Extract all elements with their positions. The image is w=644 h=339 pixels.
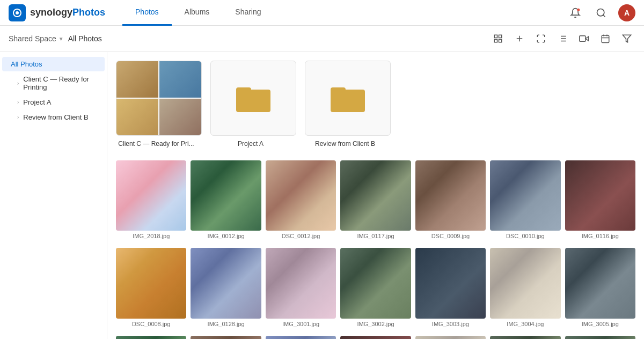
photo-thumb — [340, 248, 411, 318]
svg-point-1 — [577, 8, 580, 11]
photo-item[interactable]: DSC_0008.jpg — [116, 248, 186, 327]
photo-name: DSC_0012.jpg — [266, 233, 336, 239]
photos-grid-row2: DSC_0008.jpg IMG_0128.jpg IMG_3001.jpg I… — [116, 248, 635, 327]
photo-name: IMG_3004.jpg — [490, 321, 560, 327]
photo-name: IMG_0116.jpg — [565, 233, 635, 239]
svg-point-2 — [597, 9, 604, 16]
svg-rect-5 — [499, 35, 502, 38]
svg-rect-17 — [580, 36, 586, 42]
avatar[interactable]: A — [618, 4, 635, 21]
photo-item[interactable]: DSC_0010.jpg — [490, 160, 560, 239]
photo-thumb — [415, 160, 486, 231]
photo-thumb — [415, 248, 486, 318]
photo-thumb — [116, 248, 186, 318]
sidebar-chevron-icon: › — [17, 80, 19, 86]
fullscreen-button[interactable] — [532, 30, 550, 47]
photo-item[interactable] — [565, 336, 635, 339]
photo-item[interactable]: IMG_3002.jpg — [340, 248, 411, 327]
folder-thumb — [210, 61, 296, 136]
main-layout: All Photos › Client C — Ready for Printi… — [0, 52, 644, 339]
photo-thumb — [116, 336, 186, 339]
toolbar-actions — [489, 30, 635, 47]
sidebar-chevron-icon: › — [17, 114, 19, 120]
photo-name: IMG_0012.jpg — [191, 233, 261, 239]
photo-item[interactable] — [191, 336, 261, 339]
svg-rect-7 — [499, 40, 502, 42]
photo-item[interactable]: IMG_3001.jpg — [266, 248, 336, 327]
breadcrumb-chevron: ▼ — [58, 36, 64, 42]
photo-item[interactable] — [266, 336, 336, 339]
grid-view-button[interactable] — [489, 30, 507, 47]
folder-icon-wrap — [331, 84, 365, 112]
folder-icon-wrap — [236, 84, 270, 112]
folder-icon — [331, 84, 365, 112]
photo-item[interactable] — [340, 336, 411, 339]
sidebar-label: Client C — Ready for Printing — [23, 75, 96, 91]
photo-name: DSC_0008.jpg — [116, 321, 186, 327]
add-button[interactable] — [511, 30, 528, 47]
svg-line-3 — [603, 14, 605, 17]
photo-name: IMG_0128.jpg — [191, 321, 261, 327]
notification-icon[interactable] — [567, 4, 584, 21]
photo-item[interactable]: IMG_0128.jpg — [191, 248, 261, 327]
tab-photos[interactable]: Photos — [122, 0, 172, 26]
photo-thumb — [565, 336, 635, 339]
photo-name: IMG_3001.jpg — [266, 321, 336, 327]
logo[interactable]: synologyPhotos — [9, 4, 105, 21]
sidebar: All Photos › Client C — Ready for Printi… — [0, 52, 107, 339]
sort-button[interactable] — [554, 30, 571, 47]
photo-thumb — [191, 336, 261, 339]
photo-item[interactable]: IMG_0012.jpg — [191, 160, 261, 239]
folder-icon — [236, 84, 270, 112]
breadcrumb-root[interactable]: Shared Space ▼ — [9, 34, 64, 43]
photo-thumb — [191, 160, 261, 231]
sidebar-item-client-c[interactable]: › Client C — Ready for Printing — [2, 72, 105, 94]
photo-thumb — [266, 248, 336, 318]
collage-img — [116, 61, 158, 98]
photo-item[interactable]: IMG_0116.jpg — [565, 160, 635, 239]
photo-item[interactable]: IMG_0117.jpg — [340, 160, 411, 239]
sidebar-item-all-photos[interactable]: All Photos — [2, 57, 105, 71]
photos-grid-row1: IMG_2018.jpg IMG_0012.jpg DSC_0012.jpg I… — [116, 160, 635, 239]
calendar-button[interactable] — [597, 30, 614, 47]
photo-name: IMG_3003.jpg — [415, 321, 486, 327]
photo-name: IMG_3005.jpg — [565, 321, 635, 327]
svg-marker-16 — [586, 36, 588, 41]
sidebar-chevron-icon: › — [17, 99, 19, 105]
folder-review-client-b[interactable]: Review from Client B — [305, 61, 391, 148]
folder-client-c[interactable]: Client C — Ready for Pri... — [116, 61, 202, 148]
header: synologyPhotos Photos Albums Sharing A — [0, 0, 644, 26]
photo-thumb — [565, 160, 635, 231]
sidebar-item-review-client-b[interactable]: › Review from Client B — [2, 110, 105, 124]
photo-item[interactable] — [415, 336, 486, 339]
photo-item[interactable]: IMG_3004.jpg — [490, 248, 560, 327]
photo-thumb — [415, 336, 486, 339]
search-icon[interactable] — [592, 4, 610, 21]
sidebar-item-project-a[interactable]: › Project A — [2, 95, 105, 109]
photo-item[interactable]: DSC_0009.jpg — [415, 160, 486, 239]
folder-project-a[interactable]: Project A — [210, 61, 296, 148]
photo-item[interactable] — [116, 336, 186, 339]
photo-item[interactable]: IMG_3005.jpg — [565, 248, 635, 327]
photo-item[interactable] — [490, 336, 560, 339]
tab-sharing[interactable]: Sharing — [222, 0, 274, 26]
filter-button[interactable] — [618, 30, 635, 47]
photo-thumb — [266, 160, 336, 231]
photo-name: IMG_2018.jpg — [116, 233, 186, 239]
video-button[interactable] — [575, 30, 592, 47]
photo-thumb — [340, 160, 411, 231]
content-area: Client C — Ready for Pri... Project A — [107, 52, 644, 339]
folder-name: Review from Client B — [305, 140, 385, 148]
collage-img — [159, 99, 201, 135]
logo-text: synologyPhotos — [30, 7, 105, 18]
photo-item[interactable]: IMG_2018.jpg — [116, 160, 186, 239]
folders-row: Client C — Ready for Pri... Project A — [116, 61, 635, 148]
sidebar-label: Project A — [23, 98, 51, 106]
nav-tabs: Photos Albums Sharing — [122, 0, 274, 26]
photo-item[interactable]: IMG_3003.jpg — [415, 248, 486, 327]
photo-item[interactable]: DSC_0012.jpg — [266, 160, 336, 239]
svg-rect-6 — [494, 40, 497, 42]
tab-albums[interactable]: Albums — [172, 0, 223, 26]
photo-thumb — [116, 160, 186, 231]
folder-name: Project A — [210, 140, 291, 148]
